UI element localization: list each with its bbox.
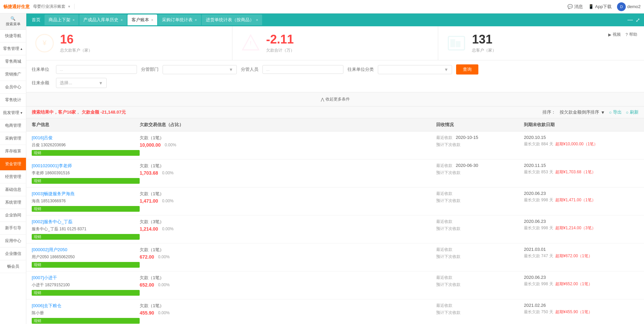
debt-row: 652.00 0.00% xyxy=(140,282,436,288)
customer-name-link[interactable]: [0007]小进干 xyxy=(32,275,140,281)
minimize-icon[interactable]: — xyxy=(627,17,633,23)
customer-name-link[interactable]: [0001020001]李老师 xyxy=(32,163,140,169)
sort-select[interactable]: 按欠款金额倒序排序 ▼ xyxy=(560,109,605,115)
tab-close-import-stats[interactable]: × xyxy=(256,18,258,22)
overdue-amount-link[interactable]: 超期¥1,471.00（1笔） xyxy=(555,197,596,203)
sidebar-item-operation[interactable]: 经营管理 xyxy=(0,171,26,183)
svg-rect-6 xyxy=(456,41,460,47)
next-payment-label: 预计下次收款 xyxy=(436,310,524,316)
recovery-info: 最近收款 预计下次收款 xyxy=(436,247,524,260)
svg-rect-5 xyxy=(450,39,455,47)
tab-customer-account[interactable]: 客户账本 × xyxy=(128,14,157,25)
source-unit-input[interactable]: ... xyxy=(56,65,137,74)
maximize-icon[interactable]: ⤢ xyxy=(636,17,640,23)
balance-select[interactable]: 选择... ▼ xyxy=(56,78,107,88)
sort-label: 排序： xyxy=(542,109,556,115)
video-btn[interactable]: ▶ 视频 xyxy=(608,32,621,37)
message-btn[interactable]: 💬 消息 xyxy=(567,4,583,10)
table-row: [0016]吕俊 吕俊 13026203696 现销 欠款（1笔） 10,000… xyxy=(26,131,644,159)
table-row: [000002]用户2050 用户2050 18665062050 现销 欠款（… xyxy=(26,243,644,271)
customer-name-link[interactable]: [0006]去下粮仓 xyxy=(32,303,140,309)
customer-tag: 现销 xyxy=(32,178,140,184)
person-input[interactable]: ... xyxy=(262,65,343,74)
sidebar-item-finance[interactable]: 资金管理 xyxy=(0,158,26,171)
tab-product-history[interactable]: 产成品入库单历史 × xyxy=(79,14,127,25)
sidebar: 🔍 搜索菜单 快捷导航 零售管理 ▲ 零售商城 营销推广 会员中心 零售统计 xyxy=(0,13,26,324)
stat-info-total-customers: 131 总客户（家） xyxy=(472,33,496,53)
sidebar-item-app-center[interactable]: 应用中心 xyxy=(0,235,26,247)
sidebar-item-retail-stats[interactable]: 零售统计 xyxy=(0,94,26,107)
tab-import-stats[interactable]: 进货单统计表（按商品） × xyxy=(202,14,262,25)
sidebar-item-marketing[interactable]: 营销推广 xyxy=(0,68,26,81)
overdue-amount-link[interactable]: 超期¥10,000.00（1笔） xyxy=(555,141,598,147)
sidebar-item-purchase[interactable]: 采购管理 xyxy=(0,132,26,145)
customer-phone: 服务中心_丁磊 181 0125 8371 xyxy=(32,226,140,232)
dept-input[interactable]: ▼ xyxy=(163,65,237,74)
recovery-info: 最近收款 预计下次收款 xyxy=(436,275,524,288)
sidebar-item-retail-mgmt[interactable]: 零售管理 ▲ xyxy=(0,42,26,55)
customer-name-link[interactable]: [0016]吕俊 xyxy=(32,135,140,141)
refresh-btn[interactable]: ○ 刷新 xyxy=(626,109,639,115)
download-icon: 📱 xyxy=(588,4,594,9)
sidebar-item-basic-info[interactable]: 基础信息 xyxy=(0,183,26,196)
sidebar-item-quick-nav[interactable]: 快捷导航 xyxy=(0,30,26,42)
customer-name-link[interactable]: [0003]畅捷服务尹海燕 xyxy=(32,191,140,197)
customer-phone: 小进干 18279152100 xyxy=(32,282,140,288)
sidebar-item-new-guide[interactable]: 新手引导 xyxy=(0,222,26,235)
table-row: [0001020001]李老师 李老师 18600391516 现销 欠款（1笔… xyxy=(26,159,644,187)
tab-close-customer-account[interactable]: × xyxy=(151,18,153,22)
sidebar-item-enterprise[interactable]: 企业协同 xyxy=(0,209,26,222)
store-selector[interactable]: 母婴行业演示账套 ▼ xyxy=(30,4,75,9)
overdue-amount-link[interactable]: 超期¥672.00（1笔） xyxy=(555,253,592,259)
arrow-icon: ▲ xyxy=(20,47,23,51)
customer-name-link[interactable]: [000002]用户2050 xyxy=(32,247,140,253)
customer-info: [0007]小进干 小进干 18279152100 现销 xyxy=(32,275,140,296)
tab-close-product-history[interactable]: × xyxy=(120,18,122,22)
sidebar-item-member[interactable]: 会员中心 xyxy=(0,81,26,94)
last-payment-label: 最近收款 xyxy=(436,163,452,169)
overdue-amount-link[interactable]: 超期¥652.00（1笔） xyxy=(555,281,592,287)
last-payment-row: 最近收款 xyxy=(436,219,524,225)
due-date: 2020.11.15 xyxy=(524,163,639,168)
arrow-icon: ▼ xyxy=(20,111,23,115)
tab-close-product-off[interactable]: × xyxy=(73,18,75,22)
sidebar-search[interactable]: 🔍 搜索菜单 xyxy=(0,13,26,30)
search-button[interactable]: 查询 xyxy=(456,64,478,75)
debt-percent: 0.00% xyxy=(158,311,170,315)
unit-category-input[interactable]: ▼ xyxy=(378,65,452,74)
user-menu[interactable]: D demo2 xyxy=(617,2,641,11)
app-download-btn[interactable]: 📱 App下载 xyxy=(588,4,612,10)
export-btn[interactable]: ○ 导出 xyxy=(609,109,622,115)
customer-name-link[interactable]: [0002]服务中心_丁磊 xyxy=(32,219,140,225)
tab-product-off[interactable]: 商品上下架 × xyxy=(45,14,79,25)
tab-close-purchase-order[interactable]: × xyxy=(195,18,197,22)
total-customers-label: 总客户（家） xyxy=(472,48,496,53)
table-row: [0006]去下粮仓 陈小册 现销 欠款（1笔） 455.90 0.00% xyxy=(26,299,644,324)
table-row-inner: [0007]小进干 小进干 18279152100 现销 欠款（1笔） 652.… xyxy=(26,271,644,299)
tab-home[interactable]: 首页 xyxy=(28,14,45,25)
refresh-icon: ○ xyxy=(626,110,628,115)
overdue-amount-link[interactable]: 超期¥455.90（1笔） xyxy=(555,309,592,315)
stat-top-right: ▶ 视频 ? 帮助 xyxy=(608,32,637,37)
sidebar-item-inventory[interactable]: 库存核算 xyxy=(0,145,26,158)
person-dots: ... xyxy=(266,67,270,72)
sidebar-item-wechat[interactable]: 企业微信 xyxy=(0,247,26,260)
customer-info: [0002]服务中心_丁磊 服务中心_丁磊 181 0125 8371 现销 xyxy=(32,219,140,240)
col-header-due: 到期未收款日期 xyxy=(524,122,639,128)
sidebar-item-batch-mgmt[interactable]: 批发管理 ▼ xyxy=(0,107,26,119)
result-info: 搜索结果中，客户16家， 欠款金额 -21,148.07元 xyxy=(32,109,126,115)
stat-card-debt-total: ! -2.11 欠款合计（万） xyxy=(232,26,439,60)
due-info: 2021.03.01 最长欠款 747 天 超期¥672.00（1笔） xyxy=(524,247,639,259)
sidebar-item-retail-mall[interactable]: 零售商城 xyxy=(0,55,26,68)
sidebar-item-system[interactable]: 系统管理 xyxy=(0,196,26,209)
customer-tag: 现销 xyxy=(32,290,140,296)
due-date: 2020.06.23 xyxy=(524,275,639,280)
overdue-amount-link[interactable]: 超期¥1,703.68（1笔） xyxy=(555,169,596,175)
tab-purchase-order[interactable]: 采购订单统计表 × xyxy=(158,14,201,25)
collapse-btn[interactable]: ⋀ 收起更多条件 xyxy=(28,94,642,104)
overdue-amount-link[interactable]: 超期¥1,214.00（3笔） xyxy=(555,225,596,231)
sidebar-item-ecommerce[interactable]: 电商管理 xyxy=(0,119,26,132)
avatar: D xyxy=(617,2,626,11)
help-btn[interactable]: ? 帮助 xyxy=(625,32,637,37)
sidebar-item-vip[interactable]: 畅会员 xyxy=(0,260,26,273)
